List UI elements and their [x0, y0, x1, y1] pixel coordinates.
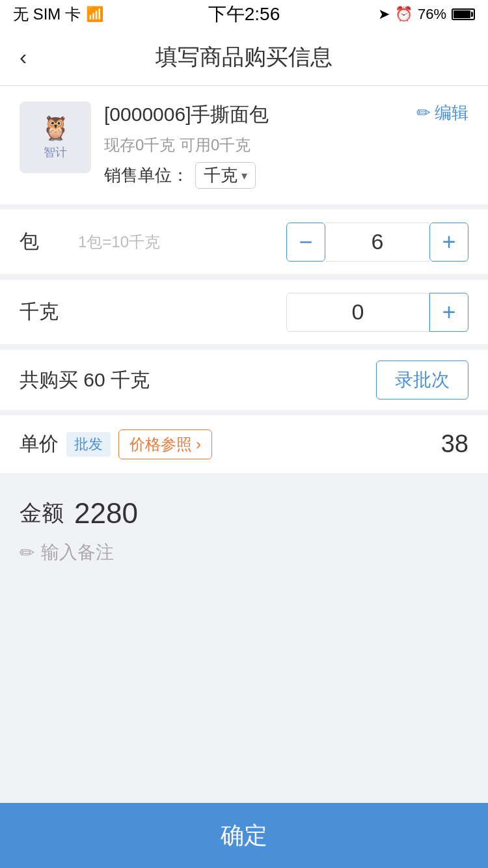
bao-form-section: 包 1包=10千克 − +	[0, 210, 488, 275]
battery-label: 76%	[418, 6, 446, 23]
amount-label: 金额	[20, 498, 64, 528]
product-image: 🦉 智计	[20, 102, 91, 173]
chevron-down-icon: ▾	[241, 169, 247, 183]
alarm-icon: ⏰	[395, 6, 413, 23]
bao-quantity-input[interactable]	[325, 223, 429, 262]
remark-row[interactable]: ✏ 输入备注	[20, 540, 468, 565]
amount-value: 2280	[74, 497, 138, 530]
product-card: 🦉 智计 [0000006]手撕面包 ✏ 编辑 现存0千克 可用0千克 销售单位…	[0, 86, 488, 210]
confirm-footer[interactable]: 确定	[0, 803, 488, 868]
bao-label: 包	[20, 228, 72, 255]
amount-row: 金额 2280	[20, 497, 468, 530]
edit-icon: ✏	[416, 103, 431, 123]
remark-input[interactable]: 输入备注	[41, 540, 114, 565]
product-unit-row: 销售单位： 千克 ▾	[104, 162, 468, 189]
spacer	[0, 578, 488, 803]
edit-button[interactable]: ✏ 编辑	[416, 102, 468, 124]
pencil-icon: ✏	[20, 542, 34, 563]
price-section: 单价 批发 价格参照 › 38	[0, 415, 488, 479]
logo-text: 智计	[44, 144, 67, 160]
carrier-label: 无 SIM 卡	[13, 4, 81, 25]
bao-quantity-control: − +	[286, 223, 468, 262]
time-label: 下午2:56	[208, 2, 280, 27]
status-bar: 无 SIM 卡 📶 下午2:56 ➤ ⏰ 76%	[0, 0, 488, 29]
price-label: 单价	[20, 431, 59, 457]
page-title: 填写商品购买信息	[156, 42, 332, 72]
product-info: [0000006]手撕面包 ✏ 编辑 现存0千克 可用0千克 销售单位： 千克 …	[104, 102, 468, 189]
unit-selector[interactable]: 千克 ▾	[195, 162, 256, 189]
price-reference-button[interactable]: 价格参照 ›	[118, 429, 212, 459]
battery-icon	[452, 8, 475, 20]
chevron-right-icon: ›	[196, 435, 201, 454]
unit-label: 销售单位：	[104, 164, 189, 187]
bao-increment-button[interactable]: +	[429, 223, 468, 262]
kg-row: 千克 +	[0, 280, 488, 345]
back-button[interactable]: ‹	[20, 44, 27, 70]
price-value: 38	[441, 430, 468, 458]
bao-row: 包 1包=10千克 − +	[0, 210, 488, 275]
bao-hint: 1包=10千克	[78, 232, 286, 252]
total-label: 共购买 60 千克	[20, 367, 376, 394]
kg-label: 千克	[20, 299, 72, 325]
price-badge: 批发	[66, 432, 111, 457]
product-stock: 现存0千克 可用0千克	[104, 135, 468, 156]
amount-section: 金额 2280 ✏ 输入备注	[0, 479, 488, 578]
kg-increment-button[interactable]: +	[429, 293, 468, 332]
wifi-icon: 📶	[86, 6, 103, 23]
nav-bar: ‹ 填写商品购买信息	[0, 29, 488, 86]
bao-decrement-button[interactable]: −	[286, 223, 325, 262]
kg-quantity-input[interactable]	[286, 293, 429, 332]
product-name: [0000006]手撕面包	[104, 102, 269, 128]
confirm-button[interactable]: 确定	[221, 820, 267, 852]
location-icon: ➤	[378, 6, 390, 23]
kg-form-section: 千克 +	[0, 280, 488, 345]
price-row: 单价 批发 价格参照 › 38	[0, 415, 488, 474]
batch-button[interactable]: 录批次	[376, 360, 468, 400]
product-logo-icon: 🦉	[41, 115, 70, 142]
total-row: 共购买 60 千克 录批次	[0, 350, 488, 415]
